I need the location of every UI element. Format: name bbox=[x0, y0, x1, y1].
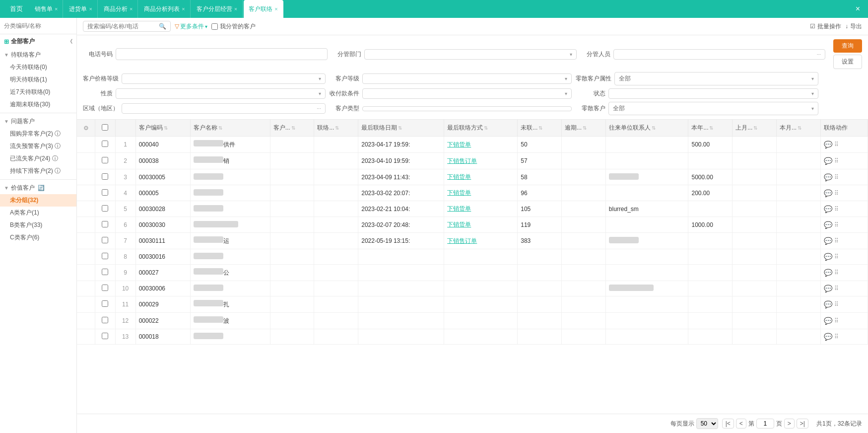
filter-region-select[interactable]: ··· bbox=[122, 103, 326, 114]
row-check[interactable] bbox=[95, 329, 115, 345]
action-more-icon[interactable]: ⠿ bbox=[834, 269, 839, 276]
filter-payment-select[interactable]: ▾ bbox=[362, 88, 572, 99]
action-more-icon[interactable]: ⠿ bbox=[834, 141, 839, 148]
sidebar-group-value[interactable]: ▼ 价值客户 🔄 bbox=[0, 182, 76, 194]
main-search-icon[interactable]: 🔍 bbox=[159, 23, 166, 30]
action-phone-icon[interactable]: 💬 bbox=[824, 300, 832, 308]
tab-product-list[interactable]: 商品分析列表 × bbox=[139, 0, 190, 18]
filter-price-level-select[interactable]: ▾ bbox=[122, 73, 326, 84]
col-this-month[interactable]: 本月...⇅ bbox=[777, 120, 821, 137]
action-phone-icon[interactable]: 💬 bbox=[824, 253, 832, 261]
row-checkbox[interactable] bbox=[102, 317, 108, 323]
my-customer-check[interactable] bbox=[211, 23, 218, 30]
close-tab-customer-mgmt[interactable]: × bbox=[234, 6, 237, 12]
row-checkbox[interactable] bbox=[102, 253, 108, 259]
page-input[interactable] bbox=[756, 419, 774, 429]
sidebar-all-customers[interactable]: ⊞ 全部客户 《 bbox=[0, 34, 76, 49]
tab-product-analysis[interactable]: 商品分析 × bbox=[99, 0, 138, 18]
last-method-link[interactable]: 下销货单 bbox=[447, 221, 471, 228]
row-check[interactable] bbox=[95, 217, 115, 233]
sidebar-item-today[interactable]: 今天待联络(0) bbox=[0, 61, 76, 73]
sidebar-item-unclassified[interactable]: 未分组(32) bbox=[0, 194, 76, 207]
action-phone-icon[interactable]: 💬 bbox=[824, 317, 832, 325]
action-more-icon[interactable]: ⠿ bbox=[834, 317, 839, 324]
nav-home[interactable]: 首页 bbox=[4, 4, 29, 13]
sidebar-item-class-b[interactable]: B类客户(33) bbox=[0, 219, 76, 231]
row-checkbox[interactable] bbox=[102, 285, 108, 291]
sidebar-item-class-a[interactable]: A类客户(1) bbox=[0, 207, 76, 219]
row-checkbox[interactable] bbox=[102, 157, 108, 163]
action-phone-icon[interactable]: 💬 bbox=[824, 285, 832, 292]
row-check[interactable] bbox=[95, 249, 115, 265]
last-method-link[interactable]: 下销货单 bbox=[447, 141, 471, 148]
row-checkbox[interactable] bbox=[102, 333, 108, 339]
action-phone-icon[interactable]: 💬 bbox=[824, 333, 832, 341]
col-overdue[interactable]: 逾期...⇅ bbox=[562, 120, 606, 137]
action-phone-icon[interactable]: 💬 bbox=[824, 157, 832, 165]
filter-dept-select[interactable]: ▾ bbox=[364, 49, 576, 60]
batch-op-btn[interactable]: ☑ 批量操作 bbox=[810, 22, 841, 31]
sidebar-group-pending[interactable]: ▼ 待联络客户 bbox=[0, 49, 76, 61]
my-customer-checkbox[interactable]: 我分管的客户 bbox=[211, 22, 256, 31]
sidebar-item-tomorrow[interactable]: 明天待联络(1) bbox=[0, 73, 76, 86]
last-method-link[interactable]: 下销售订单 bbox=[447, 237, 477, 244]
page-size-select[interactable]: 50 bbox=[696, 418, 718, 429]
filter-nature-select[interactable]: ▾ bbox=[116, 88, 326, 99]
sidebar-item-churn-warning[interactable]: 流失预警客户(3) ⓘ bbox=[0, 140, 76, 152]
row-check[interactable] bbox=[95, 153, 115, 169]
last-method-link[interactable]: 下销售订单 bbox=[447, 157, 477, 164]
col-unit-contact[interactable]: 往来单位联系人⇅ bbox=[605, 120, 688, 137]
sidebar-search-input[interactable] bbox=[4, 22, 77, 29]
filter-type-select[interactable] bbox=[362, 106, 572, 111]
action-more-icon[interactable]: ⠿ bbox=[834, 237, 839, 244]
action-phone-icon[interactable]: 💬 bbox=[824, 221, 832, 229]
row-check[interactable] bbox=[95, 137, 115, 153]
action-more-icon[interactable]: ⠿ bbox=[834, 206, 839, 213]
action-phone-icon[interactable]: 💬 bbox=[824, 173, 832, 181]
close-tab-product-analysis[interactable]: × bbox=[130, 6, 133, 12]
row-check[interactable] bbox=[95, 313, 115, 329]
next-page-btn[interactable]: > bbox=[784, 419, 795, 429]
row-checkbox[interactable] bbox=[102, 141, 108, 147]
col-contact[interactable]: 联络...⇅ bbox=[314, 120, 358, 137]
search-button[interactable]: 查询 bbox=[833, 39, 862, 53]
last-method-link[interactable]: 下销货单 bbox=[447, 173, 471, 180]
action-phone-icon[interactable]: 💬 bbox=[824, 141, 832, 148]
action-more-icon[interactable]: ⠿ bbox=[834, 221, 839, 228]
row-checkbox[interactable] bbox=[102, 189, 108, 196]
col-settings[interactable]: ⚙ bbox=[77, 120, 95, 137]
last-method-link[interactable]: 下销货单 bbox=[447, 189, 471, 196]
col-last-month[interactable]: 上月...⇅ bbox=[733, 120, 777, 137]
action-more-icon[interactable]: ⠿ bbox=[834, 157, 839, 164]
close-tab-product-list[interactable]: × bbox=[182, 6, 185, 12]
main-search-input[interactable] bbox=[87, 23, 157, 30]
filter-scatter-attr-select[interactable]: 全部 ▾ bbox=[614, 72, 818, 85]
first-page-btn[interactable]: |< bbox=[722, 419, 734, 429]
sidebar-item-churned[interactable]: 已流失客户(24) ⓘ bbox=[0, 152, 76, 165]
action-phone-icon[interactable]: 💬 bbox=[824, 205, 832, 213]
sidebar-group-problem[interactable]: ▼ 问题客户 bbox=[0, 115, 76, 128]
action-more-icon[interactable]: ⠿ bbox=[834, 253, 839, 260]
sidebar-item-class-c[interactable]: C类客户(6) bbox=[0, 231, 76, 244]
action-more-icon[interactable]: ⠿ bbox=[834, 174, 839, 181]
action-more-icon[interactable]: ⠿ bbox=[834, 285, 839, 292]
action-more-icon[interactable]: ⠿ bbox=[834, 301, 839, 308]
tab-purchase[interactable]: 进货单 × bbox=[64, 0, 97, 18]
prev-page-btn[interactable]: < bbox=[736, 419, 746, 429]
tab-sales[interactable]: 销售单 × bbox=[30, 0, 63, 18]
sidebar-item-overdue[interactable]: 逾期未联络(30) bbox=[0, 98, 76, 111]
close-tab-sales[interactable]: × bbox=[55, 6, 58, 12]
filter-status-select[interactable]: ▾ bbox=[608, 88, 818, 99]
action-phone-icon[interactable]: 💬 bbox=[824, 237, 832, 245]
tab-customer-contact[interactable]: 客户联络 × bbox=[244, 0, 283, 18]
row-checkbox[interactable] bbox=[102, 300, 108, 307]
col-this-year[interactable]: 本年...⇅ bbox=[688, 120, 733, 137]
row-check[interactable] bbox=[95, 281, 115, 296]
filter-customer-level-select[interactable]: ▾ bbox=[362, 73, 572, 84]
action-more-icon[interactable]: ⠿ bbox=[834, 333, 839, 340]
row-check[interactable] bbox=[95, 185, 115, 201]
action-phone-icon[interactable]: 💬 bbox=[824, 189, 832, 197]
row-check[interactable] bbox=[95, 169, 115, 185]
row-checkbox[interactable] bbox=[102, 269, 108, 275]
col-lastdate[interactable]: 最后联络日期⇅ bbox=[358, 120, 444, 137]
